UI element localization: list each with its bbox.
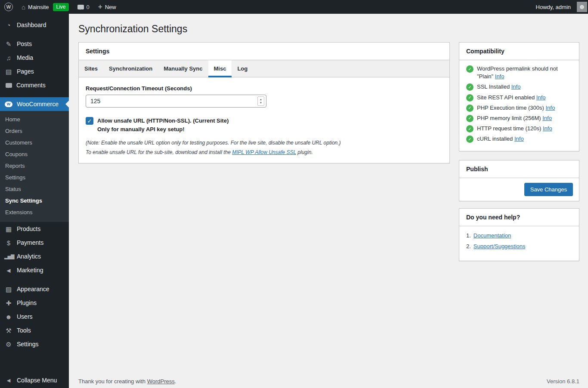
comment-count: 0 — [87, 4, 90, 10]
submenu-item-extensions[interactable]: Extensions — [0, 206, 69, 218]
wordpress-logo-menu[interactable]: W — [0, 0, 17, 14]
comments-menu[interactable]: 0 — [73, 0, 94, 14]
plus-icon: + — [98, 3, 102, 10]
info-link[interactable]: Info — [514, 135, 524, 142]
main-content: Synchronization Settings Settings Sites … — [69, 14, 588, 388]
check-circle-icon: ✓ — [466, 115, 473, 122]
info-link[interactable]: Info — [543, 125, 552, 132]
tab-synchronization[interactable]: Synchronization — [103, 60, 158, 77]
submenu-item-status[interactable]: Status — [0, 183, 69, 195]
help-item: 2. Support/Suggestions — [466, 243, 572, 249]
wordpress-logo-icon: W — [4, 3, 13, 11]
person-icon: ☻ — [579, 3, 586, 10]
sidebar-item-label: Pages — [17, 68, 34, 75]
collapse-menu-button[interactable]: ◀ Collapse Menu — [0, 373, 69, 387]
submenu-item-coupons[interactable]: Coupons — [0, 148, 69, 160]
documentation-link[interactable]: Documentation — [473, 232, 511, 239]
settings-panel: Settings Sites Synchronization Manually … — [78, 42, 450, 163]
compat-text: SSL Installed — [477, 83, 510, 90]
sidebar-item-woocommerce[interactable]: W WooCommerce — [0, 97, 69, 111]
bar-chart-icon: ▂▅▇ — [4, 254, 13, 259]
menu-separator — [0, 92, 69, 97]
sidebar-item-pages[interactable]: ▤ Pages — [0, 65, 69, 78]
sidebar-item-label: Settings — [17, 341, 39, 348]
tab-log[interactable]: Log — [232, 60, 253, 77]
site-menu[interactable]: ⌂ Mainsite Live — [17, 0, 73, 14]
timeout-input[interactable] — [86, 95, 266, 108]
info-link[interactable]: Info — [545, 105, 555, 111]
tab-misc[interactable]: Misc — [208, 60, 232, 77]
sidebar-item-analytics[interactable]: ▂▅▇ Analytics — [0, 249, 69, 263]
sidebar-item-comments[interactable]: Comments — [0, 78, 69, 92]
sidebar-item-label: Posts — [17, 40, 32, 47]
number-stepper[interactable]: ▲ ▼ — [257, 96, 264, 106]
submenu-item-home[interactable]: Home — [0, 114, 69, 125]
avatar: ☻ — [577, 2, 587, 12]
info-link[interactable]: Info — [536, 94, 546, 101]
submenu-item-settings[interactable]: Settings — [0, 172, 69, 183]
settings-tabs: Sites Synchronization Manually Sync Misc… — [79, 60, 449, 77]
submenu-item-reports[interactable]: Reports — [0, 160, 69, 172]
help-item-number: 1. — [466, 232, 471, 239]
menu-separator — [0, 277, 69, 282]
sidebar-item-label: Comments — [16, 82, 46, 89]
submenu-item-orders[interactable]: Orders — [0, 125, 69, 137]
sidebar-item-label: Products — [17, 225, 40, 232]
footer-thanks: Thank you for creating with WordPress. — [78, 378, 176, 385]
new-label: New — [105, 4, 116, 10]
compatibility-item: ✓ Site REST API enabled Info — [466, 94, 572, 102]
comment-bubble-icon — [77, 5, 84, 9]
plugin-note-prefix: To enable unsafe URL for the sub-site, d… — [86, 149, 232, 155]
wordpress-link[interactable]: WordPress — [147, 378, 175, 385]
sidebar-item-media[interactable]: ♫ Media — [0, 51, 69, 65]
compat-text: HTTP request time (120s) — [477, 125, 541, 132]
sidebar-item-label: Analytics — [17, 253, 41, 260]
plugin-link[interactable]: MIPL WP Allow Unsafe SSL — [232, 149, 296, 155]
sidebar-item-label: Users — [17, 313, 33, 320]
submenu-item-sync-settings[interactable]: Sync Settings — [0, 195, 69, 206]
account-menu[interactable]: Howdy, admin ☻ — [532, 0, 588, 14]
publish-panel: Publish Save Changes — [459, 160, 579, 201]
sidebar-item-users[interactable]: ☻ Users — [0, 310, 69, 323]
sidebar-item-dashboard[interactable]: ◔ Dashboard — [0, 18, 69, 32]
pages-icon: ▤ — [4, 68, 13, 75]
compatibility-title: Compatibility — [459, 43, 579, 60]
compatibility-item: ✓ cURL installed Info — [466, 135, 572, 143]
plugin-note: To enable unsafe URL for the sub-site, d… — [86, 149, 443, 155]
compat-text: WordPress permalink should not "Plain" — [477, 65, 558, 80]
timeout-label: Request/Connection Timeout (Seconds) — [86, 85, 443, 92]
save-changes-button[interactable]: Save Changes — [524, 183, 573, 196]
sidebar-item-payments[interactable]: $ Payments — [0, 236, 69, 249]
sidebar-item-label: Dashboard — [17, 22, 46, 28]
compat-text: PHP memory limit (256M) — [477, 115, 541, 121]
sidebar-item-posts[interactable]: ✎ Posts — [0, 37, 69, 51]
products-icon: ▦ — [4, 226, 13, 232]
tab-sites[interactable]: Sites — [79, 60, 103, 77]
checkmark-icon: ✓ — [87, 118, 92, 124]
support-link[interactable]: Support/Suggestions — [473, 243, 526, 249]
sidebar-item-settings[interactable]: ⚙ Settings — [0, 337, 69, 351]
woocommerce-icon: W — [5, 102, 12, 107]
info-link[interactable]: Info — [495, 73, 504, 80]
stepper-up-icon[interactable]: ▲ — [260, 98, 262, 101]
submenu-item-customers[interactable]: Customers — [0, 137, 69, 148]
tab-manually-sync[interactable]: Manually Sync — [158, 60, 208, 77]
sidebar-item-plugins[interactable]: ✚ Plugins — [0, 296, 69, 310]
sidebar-item-label: Appearance — [17, 286, 50, 293]
info-link[interactable]: Info — [542, 115, 552, 121]
unsafe-url-checkbox[interactable]: ✓ — [86, 117, 93, 125]
sidebar-item-marketing[interactable]: ◄ Marketing — [0, 263, 69, 277]
info-link[interactable]: Info — [511, 83, 521, 90]
dashboard-icon: ◔ — [4, 22, 13, 28]
comments-icon — [6, 83, 12, 88]
footer-thanks-suffix: . — [175, 378, 176, 385]
page-title: Synchronization Settings — [78, 22, 579, 35]
check-circle-icon: ✓ — [466, 94, 473, 102]
stepper-down-icon[interactable]: ▼ — [260, 102, 262, 104]
sidebar-item-products[interactable]: ▦ Products — [0, 222, 69, 236]
sidebar-item-appearance[interactable]: ▨ Appearance — [0, 282, 69, 296]
appearance-icon: ▨ — [4, 286, 13, 293]
sidebar-item-tools[interactable]: ⚒ Tools — [0, 323, 69, 337]
new-menu[interactable]: + New — [94, 0, 121, 14]
site-name: Mainsite — [28, 4, 49, 10]
